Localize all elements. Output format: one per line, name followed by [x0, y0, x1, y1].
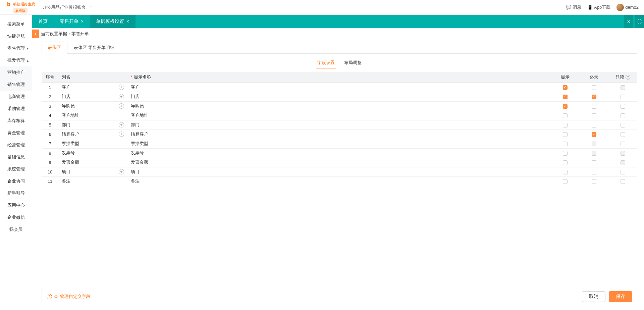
checkbox[interactable] [592, 113, 596, 118]
cell-display[interactable]: 发票金额 [127, 158, 551, 167]
app-download-button[interactable]: 📱 App下载 [587, 4, 610, 10]
checkbox[interactable] [563, 132, 568, 137]
sidebar-item[interactable]: 企业协同 [0, 175, 32, 187]
sidebar-item[interactable]: 搜索菜单 [0, 18, 32, 30]
section-tab[interactable]: 表体区-零售开单明细 [67, 42, 121, 54]
fullscreen-button[interactable]: ⛶ [635, 15, 644, 28]
cell-display[interactable]: 备注 [127, 176, 551, 186]
close-icon[interactable]: ✕ [80, 19, 84, 24]
sidebar-item[interactable]: 资金管理 [0, 127, 32, 139]
cell-display[interactable]: 票据类型 [127, 139, 551, 148]
cell-show [551, 148, 580, 158]
checkbox[interactable] [621, 95, 625, 99]
cell-colname: 结算客户 [58, 130, 115, 139]
current-doc-label: 当前设置单据：零售开单 [41, 31, 89, 37]
checkbox[interactable] [563, 170, 568, 174]
checkbox[interactable] [621, 113, 625, 118]
cancel-button[interactable]: 取消 [582, 291, 605, 302]
sidebar-item[interactable]: 畅会员 [0, 223, 32, 236]
cell-display[interactable]: 发票号 [127, 148, 551, 158]
help-icon[interactable]: ? [626, 75, 630, 80]
sidebar-subitem[interactable]: 销售管理 [0, 79, 32, 91]
user-menu[interactable]: demo2 [616, 4, 639, 11]
cell-add: + [115, 167, 127, 176]
mode-tab[interactable]: 字段设置 [316, 58, 336, 68]
cell-display[interactable]: 客户 [127, 83, 551, 92]
checkbox[interactable] [621, 132, 625, 137]
checkbox[interactable] [563, 142, 568, 146]
tab-label: 零售开单 [60, 18, 78, 24]
brand-icon: b [6, 1, 12, 7]
checkbox[interactable] [621, 104, 625, 109]
checkbox[interactable] [592, 123, 596, 127]
cell-display[interactable]: 结算客户 [127, 130, 551, 139]
sidebar-item[interactable]: 系统管理 [0, 163, 32, 175]
checkbox[interactable] [563, 113, 568, 118]
cell-display[interactable]: 门店 [127, 92, 551, 101]
cell-display[interactable]: 部门 [127, 120, 551, 130]
cell-readonly [608, 139, 637, 148]
add-icon[interactable]: + [119, 103, 124, 109]
sidebar-subitem[interactable]: 营销推广 [0, 66, 32, 79]
manage-custom-fields-link[interactable]: ? ⚙ 管理自定义字段 [47, 294, 91, 300]
sidebar-item[interactable]: 新手引导 [0, 187, 32, 199]
cell-seq: 11 [42, 176, 58, 186]
add-icon[interactable]: + [119, 169, 124, 174]
checkbox[interactable] [592, 160, 596, 165]
save-button[interactable]: 保存 [609, 291, 632, 302]
sidebar-item[interactable]: 库存核算 [0, 115, 32, 127]
gear-icon: ⚙ [54, 294, 58, 299]
checkbox[interactable] [592, 85, 596, 90]
checkbox[interactable] [563, 151, 568, 156]
checkbox[interactable] [563, 123, 568, 127]
sidebar-item[interactable]: 采购管理 [0, 103, 32, 115]
checkbox[interactable] [592, 95, 596, 99]
add-icon[interactable]: + [119, 94, 124, 99]
sidebar-item[interactable]: 经营管理 [0, 139, 32, 151]
checkbox[interactable] [563, 85, 568, 90]
checkbox[interactable] [563, 179, 568, 184]
checkbox[interactable] [592, 132, 596, 137]
add-icon[interactable]: + [119, 132, 124, 137]
tab-bar: 首页零售开单✕单据模板设置✕ ✕ ⛶ [32, 15, 644, 28]
add-icon[interactable]: + [119, 85, 124, 90]
cell-required [580, 158, 608, 167]
sidebar-item[interactable]: 基础信息 [0, 151, 32, 163]
collapse-handle[interactable]: › [32, 30, 39, 38]
sidebar-item[interactable]: 零售管理▾ [0, 42, 32, 54]
checkbox [592, 142, 596, 146]
cell-display[interactable]: 导购员 [127, 101, 551, 111]
checkbox[interactable] [621, 142, 625, 146]
checkbox[interactable] [563, 160, 568, 165]
sidebar-item[interactable]: 批发管理▴ [0, 54, 32, 66]
table-row: 5部门+部门 [42, 120, 637, 130]
messages-button[interactable]: 💬 消息 [566, 4, 581, 10]
sidebar-item[interactable]: 快捷导航 [0, 30, 32, 42]
checkbox[interactable] [592, 179, 596, 184]
tab[interactable]: 零售开单✕ [54, 15, 90, 28]
close-icon[interactable]: ✕ [126, 19, 129, 24]
sidebar-item[interactable]: 企业微信 [0, 211, 32, 223]
cell-show [551, 139, 580, 148]
checkbox[interactable] [621, 179, 625, 184]
checkbox[interactable] [592, 104, 596, 109]
close-all-tabs-button[interactable]: ✕ [624, 15, 633, 28]
cell-display[interactable]: 项目 [127, 167, 551, 176]
checkbox[interactable] [621, 123, 625, 127]
sidebar-item[interactable]: 电商管理 [0, 91, 32, 103]
checkbox[interactable] [621, 170, 625, 174]
checkbox[interactable] [592, 170, 596, 174]
checkbox[interactable] [563, 104, 568, 109]
chevron-right-icon: › [35, 32, 36, 36]
tab[interactable]: 首页 [32, 15, 54, 28]
sidebar-item[interactable]: 应用中心 [0, 199, 32, 211]
cell-show [551, 130, 580, 139]
mode-tab[interactable]: 布局调整 [343, 58, 363, 68]
cell-display[interactable]: 客户地址 [127, 111, 551, 120]
add-icon[interactable]: + [119, 122, 124, 127]
section-tabs: 表头区表体区-零售开单明细 [42, 42, 637, 54]
tab[interactable]: 单据模板设置✕ [90, 15, 136, 28]
org-selector[interactable]: 办公用品行业模拟账套 ﹀ [42, 4, 93, 10]
checkbox[interactable] [563, 95, 568, 99]
section-tab[interactable]: 表头区 [42, 42, 67, 54]
